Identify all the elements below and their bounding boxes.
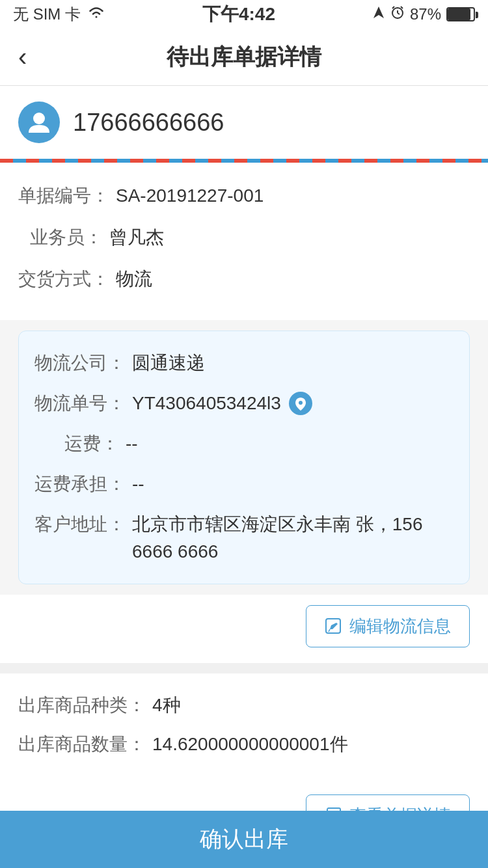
- product-type-value: 4种: [152, 693, 470, 718]
- edit-icon: [325, 617, 343, 636]
- edit-logistics-button[interactable]: 编辑物流信息: [306, 605, 470, 647]
- avatar: [18, 102, 60, 143]
- product-quantity-value: 14.620000000000001件: [152, 732, 470, 757]
- user-phone: 17666666666: [73, 109, 224, 137]
- confirm-section[interactable]: 确认出库: [0, 811, 488, 868]
- tracking-number-text: YT43064053424l3: [132, 390, 281, 417]
- svg-point-6: [33, 113, 45, 124]
- person-icon: [26, 109, 52, 135]
- location-arrow-icon: [372, 5, 385, 23]
- logistics-freight-row: 运费： --: [34, 430, 454, 457]
- order-number-label: 单据编号：: [18, 182, 116, 210]
- carrier-label: 无 SIM 卡: [13, 4, 81, 25]
- svg-line-9: [329, 629, 330, 632]
- svg-marker-0: [373, 7, 384, 18]
- basic-info-section: 单据编号： SA-20191227-001 业务员： 曾凡杰 交货方式： 物流: [0, 163, 488, 320]
- logistics-company-value: 圆通速递: [132, 349, 454, 377]
- order-number-value: SA-20191227-001: [116, 182, 470, 210]
- wifi-icon: [87, 5, 105, 23]
- salesperson-label: 业务员：: [18, 224, 109, 251]
- logistics-freight-bear-value: --: [132, 470, 454, 498]
- logistics-address-value: 北京市市辖区海淀区永丰南 张，156 6666 6666: [132, 511, 454, 565]
- delivery-method-value: 物流: [116, 265, 470, 293]
- logistics-freight-bear-label: 运费承担：: [34, 470, 132, 498]
- map-pin-icon: [294, 396, 307, 411]
- edit-section: 编辑物流信息: [0, 595, 488, 663]
- delivery-method-label: 交货方式：: [18, 265, 116, 293]
- svg-point-7: [299, 401, 303, 405]
- logistics-address-row: 客户地址： 北京市市辖区海淀区永丰南 张，156 6666 6666: [34, 511, 454, 565]
- battery-percent: 87%: [410, 5, 441, 23]
- logistics-company-row: 物流公司： 圆通速递: [34, 349, 454, 377]
- product-type-label: 出库商品种类：: [18, 693, 152, 718]
- edit-logistics-label: 编辑物流信息: [349, 615, 451, 638]
- logistics-address-label: 客户地址：: [34, 511, 132, 538]
- product-quantity-row: 出库商品数量： 14.620000000000001件: [18, 732, 470, 757]
- logistics-tracking-row: 物流单号： YT43064053424l3: [34, 390, 454, 417]
- svg-line-5: [401, 7, 403, 8]
- track-location-button[interactable]: [289, 392, 312, 415]
- logistics-freight-label: 运费：: [34, 430, 126, 457]
- logistics-tracking-label: 物流单号：: [34, 390, 132, 417]
- status-time: 下午4:42: [202, 2, 275, 27]
- product-quantity-label: 出库商品数量：: [18, 732, 152, 757]
- status-right: 87%: [372, 5, 475, 23]
- battery-icon: [446, 7, 475, 21]
- svg-line-3: [398, 13, 400, 14]
- salesperson-row: 业务员： 曾凡杰: [18, 224, 470, 251]
- section-separator: [0, 663, 488, 673]
- order-number-row: 单据编号： SA-20191227-001: [18, 182, 470, 210]
- product-type-row: 出库商品种类： 4种: [18, 693, 470, 718]
- logistics-card: 物流公司： 圆通速递 物流单号： YT43064053424l3 运费： -- …: [18, 331, 470, 584]
- product-section: 出库商品种类： 4种 出库商品数量： 14.620000000000001件: [0, 673, 488, 784]
- logistics-tracking-value: YT43064053424l3: [132, 390, 454, 417]
- status-bar: 无 SIM 卡 下午4:42 87%: [0, 0, 488, 29]
- nav-bar: ‹ 待出库单据详情: [0, 29, 488, 86]
- page-title: 待出库单据详情: [167, 42, 321, 72]
- delivery-method-row: 交货方式： 物流: [18, 265, 470, 293]
- svg-line-4: [392, 7, 394, 8]
- logistics-freight-bear-row: 运费承担： --: [34, 470, 454, 498]
- alarm-icon: [390, 5, 405, 23]
- confirm-button-label: 确认出库: [200, 824, 288, 854]
- user-section: 17666666666: [0, 86, 488, 159]
- logistics-freight-value: --: [126, 430, 454, 457]
- salesperson-value: 曾凡杰: [109, 224, 470, 251]
- back-button[interactable]: ‹: [18, 42, 27, 72]
- logistics-company-label: 物流公司：: [34, 349, 132, 377]
- status-left: 无 SIM 卡: [13, 4, 105, 25]
